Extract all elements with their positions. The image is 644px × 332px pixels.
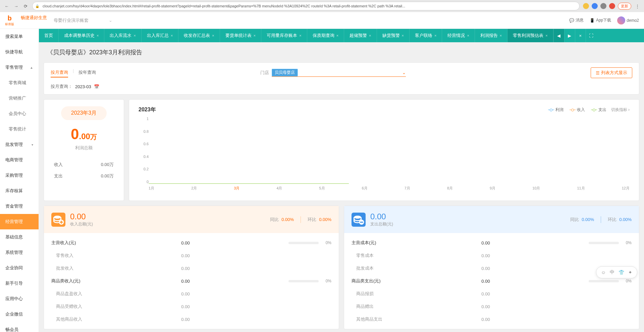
float-shirt-icon[interactable]: 👕 <box>619 270 624 275</box>
tab-scroll-left[interactable]: ◀ <box>553 29 564 42</box>
tab[interactable]: 零售利润预估表× <box>507 29 553 42</box>
float-widget[interactable]: ☺ 中 👕 ✦ <box>596 266 637 278</box>
logo[interactable]: b 标准版 <box>5 14 14 26</box>
sidebar-item[interactable]: 新手引导 <box>0 276 39 291</box>
user-menu[interactable]: demo2 <box>617 16 639 24</box>
tab[interactable]: 成本调整单历史× <box>59 29 104 42</box>
income-total-label: 收入总额(元) <box>70 221 93 227</box>
sidebar-item[interactable]: 应用中心 <box>0 291 39 307</box>
sidebar-item[interactable]: 零售统计 <box>0 121 39 137</box>
tab-monthly[interactable]: 按月查询 <box>51 68 68 77</box>
tab-fullscreen[interactable]: ⛶ <box>586 29 596 42</box>
float-star-icon[interactable]: ✦ <box>628 270 632 275</box>
tab-scroll-right[interactable]: ▶ <box>564 29 575 42</box>
tab[interactable]: 经营情况× <box>442 29 475 42</box>
tab-yearly[interactable]: 按年查询 <box>78 68 96 77</box>
tab[interactable]: 保质期查询× <box>307 29 344 42</box>
x-axis: 1月2月3月4月5月6月7月8月9月10月11月12月 <box>149 186 630 194</box>
sidebar-item[interactable]: 零售商城 <box>0 75 39 91</box>
sidebar-item[interactable]: 零售管理▲ <box>0 60 39 75</box>
tab[interactable]: 要货单统计表× <box>220 29 261 42</box>
browser-nav: ← → ⟳ <box>3 3 29 9</box>
app-download-button[interactable]: 📱App下载 <box>590 17 611 23</box>
row-value: 0.00 <box>412 266 559 271</box>
sidebar-item[interactable]: 基础信息 <box>0 229 39 245</box>
browser-menu-icon[interactable]: ⋮ <box>634 3 641 9</box>
calendar-icon[interactable]: 📅 <box>94 84 99 89</box>
legend-item[interactable]: 收入 <box>570 107 585 113</box>
close-icon[interactable]: × <box>299 34 301 38</box>
sidebar-item[interactable]: 会员中心 <box>0 106 39 121</box>
mom-label: 环比 <box>308 217 316 223</box>
data-row: 主营收入(元)0.000% <box>51 236 331 249</box>
reload-icon[interactable]: ⟳ <box>22 3 29 9</box>
sidebar-item[interactable]: 企业协同 <box>0 260 39 276</box>
close-icon[interactable]: × <box>97 34 99 38</box>
close-icon[interactable]: × <box>133 34 136 38</box>
sidebar-item[interactable]: 系统管理 <box>0 245 39 260</box>
tab[interactable]: 可用量库存账本× <box>261 29 307 42</box>
sidebar-item[interactable]: 电商管理 <box>0 152 39 168</box>
url-bar[interactable]: cloud.chanjet.com/hsy/d4oor/4daqxn/lole3… <box>32 2 580 10</box>
month-value[interactable]: 2023-03 <box>75 84 91 89</box>
tab[interactable]: 首页 <box>39 29 59 42</box>
y-tick: 0.4 <box>139 155 149 159</box>
close-icon[interactable]: × <box>500 34 502 38</box>
close-icon[interactable]: × <box>467 34 469 38</box>
list-view-button[interactable]: ☰列表方式显示 <box>591 67 632 78</box>
close-icon[interactable]: × <box>545 34 547 38</box>
row-value: 0.00 <box>412 317 559 322</box>
close-icon[interactable]: × <box>254 34 256 38</box>
row-value: 0.00 <box>112 266 259 271</box>
app-header: b 标准版 畅捷通好生意 母婴行业演示账套 💬消息 📱App下载 demo2 <box>0 12 644 29</box>
browser-update-button[interactable]: 更新 <box>618 3 631 10</box>
yoy-value: 0.00% <box>281 217 294 222</box>
income-card-body: 主营收入(元)0.000%零售收入0.00批发收入0.00商品类收入(元)0.0… <box>44 233 339 329</box>
sidebar-item[interactable]: 经营管理 <box>0 214 39 229</box>
chart-area[interactable]: 10.80.60.40.20 1月2月3月4月5月6月7月8月9月10月11月1… <box>139 117 630 194</box>
sidebar-item[interactable]: 资金管理 <box>0 199 39 214</box>
tab[interactable]: 收发存汇总表× <box>178 29 220 42</box>
tab[interactable]: 出入库汇总× <box>142 29 178 42</box>
tab[interactable]: 利润报告× <box>475 29 507 42</box>
sidebar-item-label: 企业微信 <box>5 311 23 317</box>
account-select[interactable]: 母婴行业演示账套 <box>54 17 112 23</box>
sidebar-item[interactable]: 企业微信 <box>0 307 39 322</box>
row-name: 零售成本 <box>352 253 412 259</box>
ext-icon-1[interactable] <box>583 3 589 9</box>
sidebar-item[interactable]: 库存核算 <box>0 183 39 199</box>
close-icon[interactable]: × <box>369 34 371 38</box>
forward-icon[interactable]: → <box>13 3 19 9</box>
float-lang[interactable]: 中 <box>610 269 614 275</box>
sidebar-item[interactable]: 快捷导航 <box>0 44 39 60</box>
switch-metric-button[interactable]: 切换指标 › <box>611 107 630 113</box>
tab[interactable]: 超储预警× <box>344 29 377 42</box>
close-icon[interactable]: × <box>171 34 173 38</box>
close-icon[interactable]: × <box>212 34 214 38</box>
close-icon[interactable]: × <box>434 34 436 38</box>
close-icon[interactable]: × <box>402 34 404 38</box>
legend-item[interactable]: 利润 <box>548 107 564 113</box>
ext-icon-3[interactable] <box>600 3 606 9</box>
store-dropdown[interactable]: 贝贝母婴店 ⌄ <box>272 69 406 77</box>
back-icon[interactable]: ← <box>3 3 10 9</box>
sidebar-item[interactable]: 采购管理 <box>0 168 39 183</box>
ext-icon-2[interactable] <box>592 3 598 9</box>
sidebar-item[interactable]: 营销推广 <box>0 91 39 106</box>
messages-button[interactable]: 💬消息 <box>569 17 584 23</box>
ext-icon-4[interactable] <box>609 3 615 9</box>
sidebar-item-label: 电商管理 <box>5 157 23 163</box>
sidebar-item[interactable]: 搜索菜单 <box>0 29 39 44</box>
chart-header: 2023年 利润收入支出 切换指标 › <box>139 106 630 113</box>
tab-close-all[interactable]: × <box>575 29 586 42</box>
float-smiley-icon[interactable]: ☺ <box>601 270 606 275</box>
tab[interactable]: 出入库流水× <box>104 29 141 42</box>
x-tick: 4月 <box>276 186 282 194</box>
close-icon[interactable]: × <box>336 34 338 38</box>
tab-label: 零售利润预估表 <box>513 33 543 39</box>
sidebar-item[interactable]: 批发管理▾ <box>0 137 39 152</box>
sidebar-item[interactable]: 畅会员 <box>0 322 39 332</box>
tab[interactable]: 缺货预警× <box>377 29 410 42</box>
tab[interactable]: 客户联络× <box>410 29 442 42</box>
legend-item[interactable]: 支出 <box>591 107 606 113</box>
